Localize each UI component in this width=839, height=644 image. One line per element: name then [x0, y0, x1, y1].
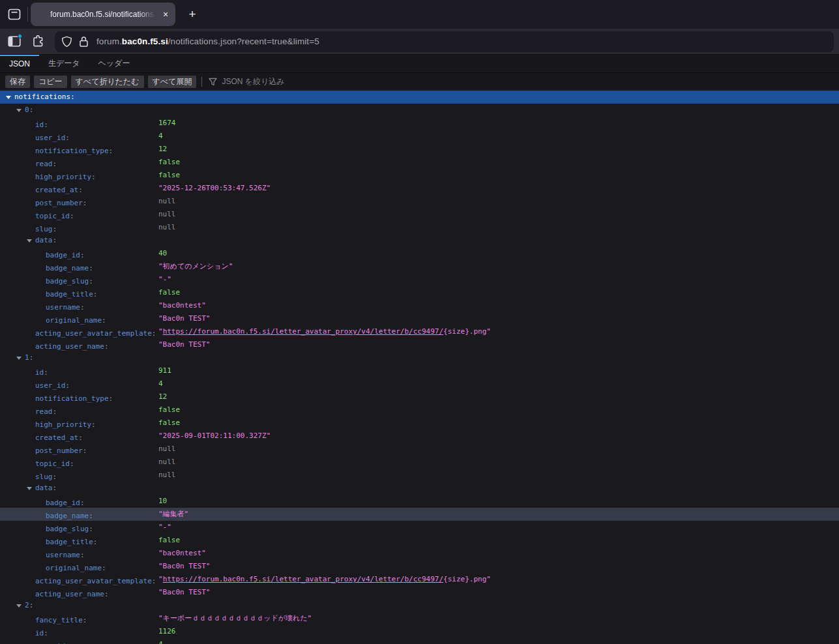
- json-row[interactable]: read:false: [0, 156, 839, 169]
- json-row[interactable]: acting_user_avatar_template:"https://for…: [0, 325, 839, 338]
- json-row[interactable]: created_at:"2025-12-26T00:53:47.526Z": [0, 182, 839, 195]
- copy-button[interactable]: コピー: [34, 76, 67, 88]
- json-value: "https://forum.bac0n.f5.si/letter_avatar…: [158, 325, 491, 338]
- tab-headers[interactable]: ヘッダー: [89, 55, 140, 72]
- json-value: false: [158, 286, 180, 299]
- expand-all-button[interactable]: すべて展開: [148, 76, 197, 88]
- tab-json[interactable]: JSON: [0, 55, 39, 72]
- json-value: 1674: [158, 117, 176, 130]
- json-value: "Bac0n TEST": [158, 586, 210, 599]
- key-colon: :: [53, 482, 57, 495]
- value-url-link[interactable]: https://forum.bac0n.f5.si/letter_avatar_…: [163, 575, 443, 583]
- json-key: notifications: [14, 91, 70, 104]
- key-colon: :: [29, 104, 34, 117]
- tab-raw-data-label: 生データ: [48, 58, 80, 69]
- json-row[interactable]: badge_name:"編集者": [0, 508, 839, 521]
- json-value: null: [158, 456, 176, 469]
- json-viewer-toolbar: 保存 コピー すべて折りたたむ すべて展開 JSON を絞り込み: [0, 73, 839, 91]
- json-value: "bac0ntest": [158, 299, 206, 312]
- json-row[interactable]: notification_type:12: [0, 390, 839, 403]
- json-row[interactable]: created_at:"2025-09-01T02:11:00.327Z": [0, 430, 839, 443]
- json-row[interactable]: data:: [0, 482, 839, 495]
- json-row[interactable]: user_id:4: [0, 130, 839, 143]
- sidebar-toggle-button[interactable]: [5, 33, 23, 51]
- json-value: false: [158, 403, 180, 417]
- json-row[interactable]: slug:null: [0, 221, 839, 234]
- funnel-icon: [209, 78, 217, 86]
- extensions-button[interactable]: [29, 33, 47, 51]
- json-row[interactable]: notification_type:12: [0, 143, 839, 156]
- firefox-view-icon: [8, 8, 21, 20]
- json-value: 4: [158, 638, 163, 644]
- twisty-down-icon[interactable]: [26, 482, 35, 495]
- json-value: false: [158, 169, 180, 182]
- json-key: user_id: [35, 640, 65, 644]
- twisty-down-icon[interactable]: [26, 234, 35, 247]
- json-row[interactable]: topic_id:null: [0, 456, 839, 469]
- json-row[interactable]: post_number:null: [0, 443, 839, 456]
- json-row[interactable]: high_priority:false: [0, 169, 839, 182]
- json-row[interactable]: badge_slug:"-": [0, 521, 839, 534]
- twisty-down-icon[interactable]: [5, 91, 14, 104]
- json-value: "キーボーｄｄｄｄｄｄｄｄｄｄッドが壊れた": [158, 612, 312, 625]
- json-value: false: [158, 534, 180, 547]
- json-row[interactable]: id:1126: [0, 625, 839, 638]
- json-row[interactable]: username:"bac0ntest": [0, 299, 839, 312]
- tab-raw-data[interactable]: 生データ: [39, 55, 89, 72]
- json-row[interactable]: 2:: [0, 599, 839, 612]
- json-row[interactable]: acting_user_avatar_template:"https://for…: [0, 573, 839, 586]
- json-key: data: [35, 482, 53, 495]
- json-row[interactable]: user_id:4: [0, 638, 839, 644]
- json-value: "編集者": [158, 508, 188, 521]
- twisty-down-icon[interactable]: [16, 351, 25, 364]
- json-row[interactable]: original_name:"Bac0n TEST": [0, 560, 839, 573]
- json-row[interactable]: post_number:null: [0, 195, 839, 208]
- tab-close-button[interactable]: ×: [158, 7, 173, 22]
- json-row[interactable]: badge_name:"初めてのメンション": [0, 260, 839, 273]
- json-row[interactable]: acting_user_name:"Bac0n TEST": [0, 338, 839, 351]
- json-row[interactable]: acting_user_name:"Bac0n TEST": [0, 586, 839, 599]
- json-row[interactable]: topic_id:null: [0, 208, 839, 221]
- json-row[interactable]: fancy_title:"キーボーｄｄｄｄｄｄｄｄｄｄッドが壊れた": [0, 612, 839, 625]
- value-url-link[interactable]: https://forum.bac0n.f5.si/letter_avatar_…: [163, 327, 443, 336]
- json-row[interactable]: notifications:: [0, 91, 839, 104]
- tracking-protection-button[interactable]: [61, 36, 72, 48]
- json-row[interactable]: badge_slug:"-": [0, 273, 839, 286]
- url-path: /notifications.json?recent=true&limit=5: [168, 37, 319, 46]
- save-button[interactable]: 保存: [5, 76, 30, 88]
- firefox-view-button[interactable]: [5, 5, 23, 23]
- json-row[interactable]: high_priority:false: [0, 417, 839, 430]
- json-row[interactable]: 0:: [0, 104, 839, 117]
- key-colon: :: [29, 351, 34, 364]
- tab-headers-label: ヘッダー: [98, 58, 130, 69]
- collapse-all-button[interactable]: すべて折りたたむ: [71, 76, 144, 88]
- json-row[interactable]: user_id:4: [0, 377, 839, 390]
- json-value: 12: [158, 390, 167, 403]
- json-row[interactable]: id:911: [0, 364, 839, 377]
- json-tree[interactable]: notifications:0:id:1674user_id:4notifica…: [0, 91, 839, 644]
- json-row[interactable]: data:: [0, 234, 839, 247]
- filter-json-input[interactable]: JSON を絞り込み: [209, 76, 284, 87]
- url-bar[interactable]: forum.bac0n.f5.si/notifications.json?rec…: [55, 31, 834, 52]
- twisty-down-icon[interactable]: [16, 104, 25, 117]
- new-tab-button[interactable]: +: [183, 5, 201, 23]
- tab-title: forum.bac0n.f5.si/notifications.js: [50, 10, 158, 19]
- connection-security-button[interactable]: [79, 36, 89, 48]
- json-row[interactable]: id:1674: [0, 117, 839, 130]
- json-row[interactable]: badge_id:40: [0, 247, 839, 260]
- json-row[interactable]: badge_id:10: [0, 495, 839, 508]
- json-row[interactable]: badge_title:false: [0, 286, 839, 299]
- lock-icon: [79, 36, 89, 48]
- toolbar-separator: [201, 77, 202, 87]
- json-row[interactable]: slug:null: [0, 469, 839, 482]
- json-row[interactable]: read:false: [0, 403, 839, 417]
- json-value: null: [158, 195, 176, 208]
- json-row[interactable]: badge_title:false: [0, 534, 839, 547]
- browser-tab[interactable]: forum.bac0n.f5.si/notifications.js ×: [31, 3, 175, 26]
- json-value: null: [158, 208, 176, 221]
- json-value: 4: [158, 130, 163, 143]
- twisty-down-icon[interactable]: [16, 599, 25, 612]
- json-row[interactable]: original_name:"Bac0n TEST": [0, 312, 839, 325]
- json-row[interactable]: 1:: [0, 351, 839, 364]
- json-row[interactable]: username:"bac0ntest": [0, 547, 839, 560]
